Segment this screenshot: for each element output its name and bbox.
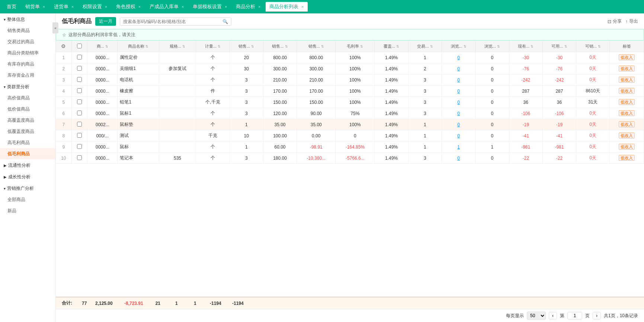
- col-tag[interactable]: 标签: [610, 41, 644, 52]
- sidebar-item-high-margin[interactable]: 高毛利商品: [0, 137, 55, 148]
- row-browse1[interactable]: 0: [442, 108, 475, 119]
- sidebar-group-cluster[interactable]: ▾ 类群里分析: [0, 81, 55, 92]
- row-browse1[interactable]: 0: [442, 119, 475, 130]
- col-coverage[interactable]: 覆盖... ⇅: [375, 41, 408, 52]
- col-current[interactable]: 现有... ⇅: [509, 41, 542, 52]
- nav-product-in-close[interactable]: ×: [182, 4, 184, 9]
- sidebar-group-marketing[interactable]: ▾ 营销推广分析: [0, 182, 55, 194]
- time-filter-button[interactable]: 近一月: [95, 17, 116, 26]
- sidebar-group-flow[interactable]: ▶ 流通性分析: [0, 159, 55, 171]
- row-checkbox-cell[interactable]: [71, 74, 87, 86]
- row-tag[interactable]: 低收入: [610, 119, 644, 130]
- row-checkbox-cell[interactable]: [71, 97, 87, 108]
- search-input[interactable]: [123, 19, 220, 24]
- row-checkbox-cell[interactable]: [71, 141, 87, 153]
- row-checkbox[interactable]: [77, 66, 82, 71]
- row-browse1[interactable]: 0: [442, 153, 475, 164]
- share-button[interactable]: ⊡ 分享: [608, 18, 622, 25]
- col-unit[interactable]: 计量... ⇅: [196, 41, 230, 52]
- select-all-checkbox[interactable]: [77, 44, 82, 48]
- row-checkbox[interactable]: [77, 111, 82, 115]
- nav-role-auth-close[interactable]: ×: [138, 4, 141, 9]
- sidebar-group-growth[interactable]: ▶ 成长性分析: [0, 171, 55, 182]
- page-size-select[interactable]: 50 100 200: [527, 312, 546, 320]
- row-tag[interactable]: 低收入: [610, 52, 644, 63]
- sidebar-item-low-margin[interactable]: 低毛利商品: [0, 148, 55, 159]
- page-prev-btn[interactable]: ‹: [549, 312, 557, 319]
- sidebar-item-high-coverage[interactable]: 高覆盖度商品: [0, 115, 55, 126]
- nav-goods-analysis-list-close[interactable]: ×: [301, 4, 304, 9]
- row-tag[interactable]: 低收入: [610, 63, 644, 74]
- sidebar-item-all-goods[interactable]: 全部商品: [0, 194, 55, 205]
- row-checkbox-cell[interactable]: [71, 52, 87, 63]
- row-tag[interactable]: 低收入: [610, 141, 644, 153]
- row-checkbox[interactable]: [77, 55, 82, 60]
- col-sales-price[interactable]: 销售... ⇅: [263, 41, 297, 52]
- nav-goods-analysis-list[interactable]: 商品分析列表 ×: [266, 2, 307, 12]
- row-checkbox[interactable]: [77, 88, 82, 93]
- nav-goods-analysis[interactable]: 商品分析 ×: [232, 2, 264, 12]
- col-spec[interactable]: 规格... ⇅: [159, 41, 196, 52]
- sidebar-item-category-rate[interactable]: 商品分类助销率: [0, 47, 55, 58]
- row-browse1[interactable]: 0: [442, 97, 475, 108]
- row-browse1[interactable]: 0: [442, 86, 475, 97]
- nav-template-close[interactable]: ×: [225, 4, 227, 9]
- search-icon[interactable]: 🔍: [222, 19, 228, 24]
- col-settings[interactable]: ⚙: [56, 41, 71, 52]
- row-tag[interactable]: 低收入: [610, 74, 644, 86]
- row-checkbox[interactable]: [77, 155, 82, 160]
- row-tag[interactable]: 低收入: [610, 86, 644, 97]
- row-checkbox[interactable]: [77, 77, 82, 82]
- row-browse1[interactable]: 1: [442, 141, 475, 153]
- col-gross-rate[interactable]: 毛利率 ⇅: [336, 41, 375, 52]
- sidebar-group-overall[interactable]: ▾ 整体信息: [0, 13, 55, 25]
- col-checkbox[interactable]: [71, 41, 87, 52]
- col-sales-amount[interactable]: 销售... ⇅: [297, 41, 336, 52]
- nav-permissions-close[interactable]: ×: [105, 4, 107, 9]
- nav-sales[interactable]: 销货单 ×: [22, 2, 49, 12]
- nav-permissions[interactable]: 权限设置 ×: [79, 2, 111, 12]
- col-available[interactable]: 可用... ⇅: [542, 41, 576, 52]
- col-browse1[interactable]: 浏览... ⇅: [442, 41, 475, 52]
- export-button[interactable]: ↑ 导出: [625, 18, 638, 25]
- row-checkbox[interactable]: [77, 133, 82, 138]
- row-checkbox-cell[interactable]: [71, 119, 87, 130]
- nav-template[interactable]: 单据模板设置 ×: [189, 2, 231, 12]
- row-tag[interactable]: 低收入: [610, 130, 644, 141]
- page-next-btn[interactable]: ›: [593, 312, 601, 319]
- row-browse1[interactable]: 0: [442, 52, 475, 63]
- col-name[interactable]: 商品名称 ⇅: [118, 41, 159, 52]
- nav-role-auth[interactable]: 角色授权 ×: [112, 2, 144, 12]
- col-sales-count[interactable]: 销售... ⇅: [230, 41, 263, 52]
- nav-sales-close[interactable]: ×: [43, 4, 45, 9]
- sidebar-collapse-button[interactable]: «: [52, 22, 58, 34]
- nav-purchase[interactable]: 进货单 ×: [50, 2, 77, 12]
- row-checkbox[interactable]: [77, 122, 82, 127]
- row-browse1[interactable]: 0: [442, 63, 475, 74]
- row-checkbox-cell[interactable]: [71, 63, 87, 74]
- row-checkbox[interactable]: [77, 144, 82, 149]
- sidebar-item-low-value[interactable]: 低价值商品: [0, 103, 55, 115]
- row-browse1[interactable]: 0: [442, 74, 475, 86]
- sidebar-item-high-value[interactable]: 高价值商品: [0, 92, 55, 103]
- nav-goods-analysis-close[interactable]: ×: [258, 4, 260, 9]
- row-checkbox-cell[interactable]: [71, 130, 87, 141]
- sidebar-item-low-coverage[interactable]: 低覆盖度商品: [0, 126, 55, 137]
- nav-purchase-close[interactable]: ×: [71, 4, 74, 9]
- col-salable[interactable]: 可销... ⇅: [576, 41, 610, 52]
- nav-home[interactable]: 首页: [3, 2, 20, 12]
- sidebar-item-sales-goods[interactable]: 销售类商品: [0, 25, 55, 36]
- row-tag[interactable]: 低收入: [610, 97, 644, 108]
- row-checkbox-cell[interactable]: [71, 153, 87, 164]
- sidebar-item-stock-capital[interactable]: 库存资金占用: [0, 70, 55, 81]
- row-checkbox[interactable]: [77, 99, 82, 104]
- col-code[interactable]: 商... ⇅: [87, 41, 118, 52]
- row-checkbox-cell[interactable]: [71, 108, 87, 119]
- page-input[interactable]: [567, 312, 582, 319]
- sidebar-item-traded-goods[interactable]: 交易过的商品: [0, 36, 55, 47]
- col-browse2[interactable]: 浏览... ⇅: [475, 41, 509, 52]
- row-tag[interactable]: 低收入: [610, 153, 644, 164]
- row-browse1[interactable]: 0: [442, 130, 475, 141]
- sidebar-item-stock-goods[interactable]: 有库存的商品: [0, 58, 55, 70]
- col-trade[interactable]: 交易... ⇅: [408, 41, 442, 52]
